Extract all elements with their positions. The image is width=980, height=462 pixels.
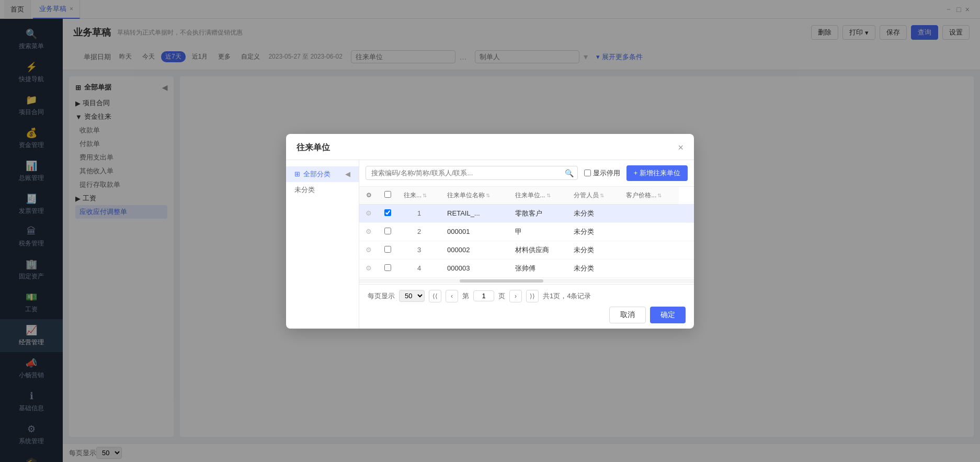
row-name: 张帅傅 — [509, 259, 567, 277]
dialog-search-bar: 🔍 显示停用 + 新增往来单位 — [359, 160, 694, 187]
row-code: 000002 — [441, 241, 509, 259]
row-category: 未分类 — [567, 241, 620, 259]
table-header-row: ⚙ 往来...⇅ 往来单位名称⇅ 往来单位...⇅ — [359, 187, 694, 205]
counterpart-search-input[interactable] — [366, 166, 578, 180]
row-category: 未分类 — [567, 222, 620, 241]
row-checkbox[interactable] — [384, 228, 391, 234]
last-page-btn[interactable]: ⟩⟩ — [526, 290, 539, 302]
row-name: 零散客户 — [509, 204, 567, 222]
dialog-body: ⊞ 全部分类 ◀ 未分类 🔍 显示停用 — [286, 160, 694, 329]
dialog-header: 往来单位 × — [286, 134, 694, 160]
row-price-level — [679, 222, 694, 241]
table-row[interactable]: ⚙ 1 RETAIL_... 零散客户 未分类 — [359, 204, 694, 222]
th-name: 往来单位名称⇅ — [441, 187, 509, 205]
row-num: 3 — [397, 241, 441, 259]
cancel-btn[interactable]: 取消 — [609, 307, 646, 323]
total-info: 共1页，4条记录 — [543, 291, 591, 301]
category-all-icon: ⊞ — [294, 170, 300, 178]
dialog-title: 往来单位 — [297, 142, 330, 153]
row-price-level — [679, 241, 694, 259]
row-checkbox[interactable] — [384, 264, 391, 271]
table-row[interactable]: ⚙ 2 000001 甲 未分类 — [359, 222, 694, 241]
row-name: 材料供应商 — [509, 241, 567, 259]
show-disabled-checkbox[interactable] — [584, 170, 591, 176]
row-settings-icon[interactable]: ⚙ — [366, 246, 372, 254]
row-manager — [620, 204, 678, 222]
row-settings-icon[interactable]: ⚙ — [366, 228, 372, 235]
next-page-btn[interactable]: › — [509, 290, 522, 302]
th-code: 往来...⇅ — [397, 187, 441, 205]
dialog-footer: 每页显示 50 ⟨⟨ ‹ 第 页 › ⟩⟩ 共1页，4条记录 — [359, 284, 694, 329]
settings-col-icon[interactable]: ⚙ — [366, 191, 372, 199]
row-manager — [620, 222, 678, 241]
prev-page-btn[interactable]: ‹ — [446, 290, 458, 302]
th-price-level: 客户价格...⇅ — [620, 187, 678, 205]
dialog-right-panel: 🔍 显示停用 + 新增往来单位 ⚙ — [359, 160, 694, 329]
pagination: 每页显示 50 ⟨⟨ ‹ 第 页 › ⟩⟩ 共1页，4条记录 — [368, 290, 686, 302]
dialog-close-btn[interactable]: × — [678, 142, 683, 153]
show-disabled-label[interactable]: 显示停用 — [584, 168, 620, 178]
search-icon[interactable]: 🔍 — [565, 169, 574, 177]
category-uncategorized[interactable]: 未分类 — [286, 182, 359, 198]
table-row[interactable]: ⚙ 4 000003 张帅傅 未分类 — [359, 259, 694, 277]
collapse-categories-icon[interactable]: ◀ — [345, 170, 350, 178]
dialog-action-buttons: 取消 确定 — [368, 307, 686, 323]
category-all[interactable]: ⊞ 全部分类 ◀ — [286, 166, 359, 182]
per-page-select[interactable]: 50 — [399, 290, 425, 302]
select-all-checkbox[interactable] — [384, 191, 391, 198]
th-category: 往来单位...⇅ — [509, 187, 567, 205]
horizontal-scrollbar[interactable] — [359, 279, 694, 283]
row-code: 000001 — [441, 222, 509, 241]
dialog-overlay: 往来单位 × ⊞ 全部分类 ◀ 未分类 — [0, 0, 980, 462]
confirm-btn[interactable]: 确定 — [650, 307, 686, 323]
row-name: 甲 — [509, 222, 567, 241]
scrollbar-thumb[interactable] — [460, 279, 543, 283]
row-num: 4 — [397, 259, 441, 277]
row-category: 未分类 — [567, 259, 620, 277]
first-page-btn[interactable]: ⟨⟨ — [429, 290, 441, 302]
dialog-table: ⚙ 往来...⇅ 往来单位名称⇅ 往来单位...⇅ — [359, 187, 694, 278]
th-manager: 分管人员⇅ — [567, 187, 620, 205]
new-counterpart-btn[interactable]: + 新增往来单位 — [626, 165, 688, 181]
row-manager — [620, 259, 678, 277]
row-price-level — [679, 204, 694, 222]
row-checkbox[interactable] — [384, 209, 391, 216]
counterpart-dialog: 往来单位 × ⊞ 全部分类 ◀ 未分类 — [286, 134, 694, 329]
row-category: 未分类 — [567, 204, 620, 222]
row-checkbox[interactable] — [384, 246, 391, 253]
table-row[interactable]: ⚙ 3 000002 材料供应商 未分类 — [359, 241, 694, 259]
row-settings-icon[interactable]: ⚙ — [366, 209, 372, 217]
dialog-categories: ⊞ 全部分类 ◀ 未分类 — [286, 160, 359, 329]
row-price-level — [679, 259, 694, 277]
page-input[interactable] — [473, 290, 494, 301]
search-input-wrap: 🔍 — [366, 166, 578, 180]
row-num: 1 — [397, 204, 441, 222]
row-code: 000003 — [441, 259, 509, 277]
row-code: RETAIL_... — [441, 204, 509, 222]
row-settings-icon[interactable]: ⚙ — [366, 264, 372, 272]
row-manager — [620, 241, 678, 259]
row-num: 2 — [397, 222, 441, 241]
